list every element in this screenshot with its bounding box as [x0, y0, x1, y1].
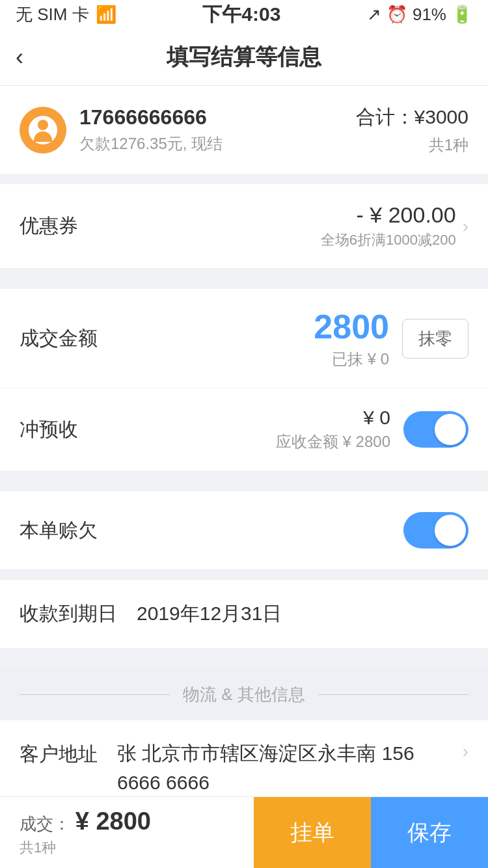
section-divider-1 [0, 278, 488, 289]
toggle-knob [435, 414, 466, 445]
coupon-amount: - ¥ 200.00 [321, 202, 456, 228]
duedate-value: 2019年12月31日 [137, 601, 282, 627]
prepay-amount: ¥ 0 [276, 407, 390, 429]
prepay-receivable: 应收金额 ¥ 2800 [276, 431, 390, 452]
customer-debt: 欠款1276.35元, 现结 [79, 133, 223, 154]
transaction-section: 成交金额 2800 已抹 ¥ 0 抹零 冲预收 ¥ 0 应收金额 ¥ 2800 [0, 289, 488, 470]
total-amount: 合计：¥3000 [356, 104, 468, 131]
content-area: 17666666666 欠款1276.35元, 现结 合计：¥3000 共1种 … [0, 86, 488, 868]
hold-button[interactable]: 挂单 [254, 797, 371, 869]
arrear-toggle-knob [435, 515, 466, 546]
coupon-label: 优惠券 [20, 213, 78, 239]
save-button[interactable]: 保存 [371, 797, 488, 869]
bottom-summary: 成交： ¥ 2800 共1种 [0, 807, 254, 858]
section-divider-2 [0, 481, 488, 491]
transaction-sub: 已抹 ¥ 0 [314, 349, 389, 370]
round-button[interactable]: 抹零 [402, 319, 468, 359]
bottom-bar: 成交： ¥ 2800 共1种 挂单 保存 [0, 796, 488, 868]
customer-phone: 17666666666 [79, 105, 223, 129]
logistics-label: 物流 & 其他信息 [170, 683, 318, 706]
transaction-amount: 2800 [314, 307, 389, 346]
section-divider-3 [0, 658, 488, 669]
nav-bar: ‹ 填写结算等信息 [0, 29, 488, 86]
duedate-label: 收款到期日 [20, 601, 117, 627]
wifi-icon: 📶 [96, 5, 116, 25]
signal-text: 无 SIM 卡 [16, 3, 89, 26]
prepay-label: 冲预收 [20, 416, 78, 443]
status-left: 无 SIM 卡 📶 [16, 3, 116, 26]
transaction-label: 成交金额 [20, 325, 98, 352]
avatar [20, 107, 66, 154]
coupon-chevron-icon: › [463, 216, 468, 237]
address-label: 客户地址 [20, 739, 98, 768]
arrear-label: 本单赊欠 [20, 517, 98, 544]
avatar-icon [29, 116, 57, 144]
back-button[interactable]: ‹ [16, 44, 23, 71]
location-icon: ↗ [367, 5, 381, 25]
page-title: 填写结算等信息 [167, 42, 321, 72]
duedate-row: 收款到期日 2019年12月31日 [0, 580, 488, 648]
arrear-row: 本单赊欠 [0, 491, 488, 569]
amount-row: 成交金额 2800 已抹 ¥ 0 抹零 [0, 289, 488, 388]
address-value: 张 北京市市辖区海淀区永丰南 156 6666 6666 [117, 739, 456, 797]
status-time: 下午4:03 [202, 1, 280, 28]
prepay-row: 冲预收 ¥ 0 应收金额 ¥ 2800 [0, 388, 488, 470]
coupon-row[interactable]: 优惠券 - ¥ 200.00 全场6折满1000减200 › [0, 184, 488, 268]
bottom-amount: ¥ 2800 [75, 807, 151, 835]
arrear-toggle[interactable] [403, 512, 468, 549]
status-bar: 无 SIM 卡 📶 下午4:03 ↗ ⏰ 91% 🔋 [0, 0, 488, 29]
logistics-divider: 物流 & 其他信息 [0, 669, 488, 720]
bottom-total-label: 成交： [20, 814, 70, 834]
total-count: 共1种 [356, 135, 468, 156]
prepay-toggle[interactable] [403, 411, 468, 448]
bottom-count: 共1种 [20, 838, 234, 858]
coupon-desc: 全场6折满1000减200 [321, 230, 456, 250]
address-chevron-icon: › [463, 739, 468, 762]
alarm-icon: ⏰ [386, 5, 407, 25]
status-right: ↗ ⏰ 91% 🔋 [367, 5, 472, 25]
battery-icon: 🔋 [452, 5, 472, 25]
customer-card: 17666666666 欠款1276.35元, 现结 合计：¥3000 共1种 [0, 86, 488, 174]
battery-text: 91% [413, 5, 446, 25]
